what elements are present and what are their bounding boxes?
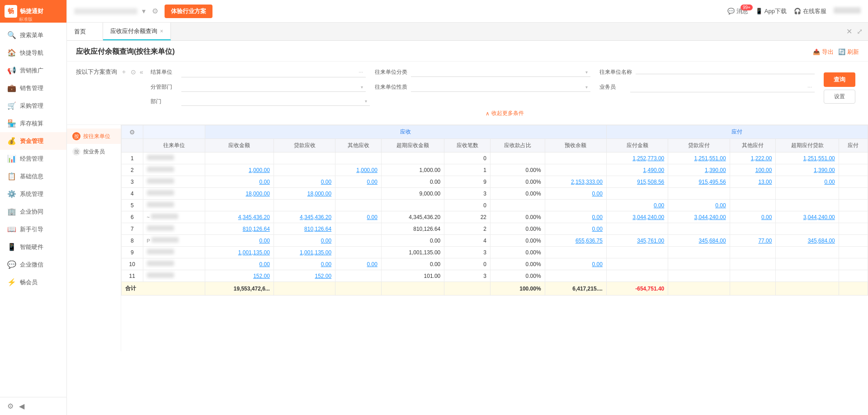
- sidebar-item-wechat[interactable]: 💬 企业微信: [0, 256, 66, 273]
- cell-link[interactable]: 1,251,551.00: [694, 155, 726, 162]
- cell-link[interactable]: 1,001,135.00: [300, 249, 331, 256]
- cell-link[interactable]: 0.00: [592, 191, 603, 197]
- cell-link[interactable]: 1,001,135.00: [238, 249, 270, 256]
- trial-button[interactable]: 体验行业方案: [165, 5, 212, 18]
- sidebar-item-purchase[interactable]: 🛒 采购管理: [0, 97, 66, 114]
- scheme-item-partner[interactable]: 按 按往来单位: [67, 129, 121, 144]
- cell-link[interactable]: 0.00: [259, 261, 269, 267]
- add-scheme-icon[interactable]: ＋: [121, 68, 127, 76]
- sidebar-item-search-menu[interactable]: 🔍 搜索菜单: [0, 26, 66, 44]
- cell-link[interactable]: 915,495.56: [699, 179, 726, 185]
- cell-link[interactable]: 1,222.00: [751, 155, 772, 162]
- cell-link[interactable]: 0.00: [592, 226, 603, 232]
- cell-link[interactable]: 3,044,240.00: [803, 214, 835, 220]
- partner-category-input[interactable]: ▾: [411, 68, 590, 77]
- cell-link[interactable]: 0.00: [367, 214, 377, 220]
- header-dropdown-icon[interactable]: ▾: [142, 7, 146, 15]
- cell-link[interactable]: 152.00: [315, 273, 331, 279]
- scheme-item-salesperson[interactable]: 按 按业务员: [67, 144, 121, 159]
- cell-link[interactable]: 1,000.00: [356, 167, 377, 173]
- sidebar-item-inventory[interactable]: 🏪 库存核算: [0, 114, 66, 132]
- cell-link[interactable]: 0.00: [715, 202, 726, 209]
- cell-link[interactable]: 77.00: [758, 238, 772, 244]
- cell-link[interactable]: 4,345,436.20: [238, 214, 270, 220]
- sidebar-item-system[interactable]: ⚙️ 系统管理: [0, 185, 66, 203]
- filter-collapse[interactable]: ∧ 收起更多条件: [151, 106, 859, 119]
- cell-link[interactable]: 915,508.56: [637, 179, 664, 185]
- cell-link[interactable]: 152.00: [253, 273, 270, 279]
- cell-link[interactable]: 655,636.75: [576, 238, 603, 244]
- cell-link[interactable]: 0.00: [367, 261, 377, 267]
- cell-link[interactable]: 810,126.64: [304, 226, 331, 232]
- collapse-scheme-icon[interactable]: «: [140, 68, 143, 76]
- sidebar-item-quick-nav[interactable]: 🏠 快捷导航: [0, 44, 66, 62]
- tab-close-icon[interactable]: ×: [160, 28, 163, 34]
- cell-overdue-ar: 9,000.00: [381, 188, 444, 200]
- sidebar-item-enterprise[interactable]: 🏢 企业协同: [0, 203, 66, 220]
- cell-link[interactable]: 4,345,436.20: [300, 214, 331, 220]
- cell-link[interactable]: 100.00: [755, 167, 772, 173]
- cell-link[interactable]: 0.00: [824, 179, 835, 185]
- sidebar-item-finance[interactable]: 💰 资金管理: [0, 132, 66, 150]
- table-settings-icon[interactable]: ⚙: [129, 129, 135, 136]
- cell-link[interactable]: 1,390.00: [814, 167, 835, 173]
- cell-link[interactable]: 18,000.00: [307, 191, 331, 197]
- sidebar-item-operations[interactable]: 📊 经营管理: [0, 150, 66, 167]
- export-button[interactable]: 📤 导出: [813, 48, 834, 56]
- sidebar-item-marketing[interactable]: 📢 营销推广: [0, 62, 66, 79]
- cell-no: 3: [122, 176, 143, 188]
- settlement-input[interactable]: ···: [181, 67, 366, 77]
- cell-link[interactable]: 1,390.00: [705, 167, 726, 173]
- header-gear-icon[interactable]: ⚙: [150, 5, 160, 17]
- edit-scheme-icon[interactable]: ⊙: [131, 68, 136, 76]
- cell-link[interactable]: 1,251,551.00: [803, 155, 835, 162]
- collapse-sidebar-icon[interactable]: ◀: [19, 402, 24, 410]
- sidebar-item-sales[interactable]: 💼 销售管理: [0, 79, 66, 97]
- tab-close-all-icon[interactable]: ✕: [846, 27, 852, 36]
- cell-prepay: [545, 247, 606, 258]
- cell-link[interactable]: 0.00: [367, 179, 377, 185]
- refresh-button[interactable]: 🔄 刷新: [838, 48, 859, 56]
- header-message[interactable]: 💬 消息 99+: [727, 7, 748, 15]
- cell-link[interactable]: 1,490.00: [643, 167, 665, 173]
- header-user[interactable]: [834, 7, 861, 15]
- cell-link[interactable]: 1,000.00: [249, 167, 270, 173]
- sidebar-item-hardware[interactable]: 📱 智能硬件: [0, 238, 66, 256]
- cell-link[interactable]: 3,044,240.00: [694, 214, 726, 220]
- sidebar-item-guide[interactable]: 📖 新手引导: [0, 220, 66, 238]
- sidebar-item-member[interactable]: ⚡ 畅会员: [0, 273, 66, 291]
- cell-link[interactable]: 0.00: [761, 214, 772, 220]
- dept-charge-input[interactable]: ▾: [181, 83, 366, 92]
- cell-link[interactable]: 0.00: [259, 238, 269, 244]
- header-app-download[interactable]: 📱 App下载: [755, 7, 787, 15]
- settings-bottom-icon[interactable]: ⚙: [7, 402, 14, 410]
- footer-ar-total-link[interactable]: 19,553,472,6...: [234, 286, 270, 292]
- header-online-service[interactable]: 🎧 在线客服: [794, 7, 826, 15]
- cell-link[interactable]: 18,000.00: [245, 191, 269, 197]
- tab-expand-icon[interactable]: ⤢: [857, 27, 863, 36]
- cell-link[interactable]: 2,153,333.00: [571, 179, 603, 185]
- partner-nature-input[interactable]: ▾: [411, 83, 590, 92]
- dept-input[interactable]: ▾: [181, 97, 370, 106]
- cell-link[interactable]: 0.00: [321, 179, 331, 185]
- query-button[interactable]: 查询: [824, 72, 855, 87]
- tab-home[interactable]: 首页: [67, 23, 103, 40]
- cell-link[interactable]: 345,761.00: [637, 238, 664, 244]
- tab-ar-query[interactable]: 应收应付余额查询 ×: [103, 23, 171, 40]
- cell-link[interactable]: 0.00: [321, 261, 331, 267]
- cell-link[interactable]: 0.00: [592, 214, 603, 220]
- sidebar-item-basic-info[interactable]: 📋 基础信息: [0, 167, 66, 185]
- salesperson-input[interactable]: ···: [630, 82, 815, 92]
- cell-link[interactable]: 0.00: [321, 238, 331, 244]
- cell-link[interactable]: 1,252,773.00: [632, 155, 664, 162]
- cell-link[interactable]: 3,044,240.00: [632, 214, 664, 220]
- cell-link[interactable]: 0.00: [259, 179, 269, 185]
- cell-link[interactable]: 810,126.64: [243, 226, 270, 232]
- cell-link[interactable]: 345,684.00: [699, 238, 726, 244]
- cell-link[interactable]: 13.00: [758, 179, 772, 185]
- cell-link[interactable]: 0.00: [592, 261, 603, 267]
- cell-link[interactable]: 0.00: [654, 202, 664, 209]
- settings-button[interactable]: 设置: [824, 90, 855, 104]
- cell-link[interactable]: 345,684.00: [808, 238, 835, 244]
- partner-name-input[interactable]: [636, 70, 815, 74]
